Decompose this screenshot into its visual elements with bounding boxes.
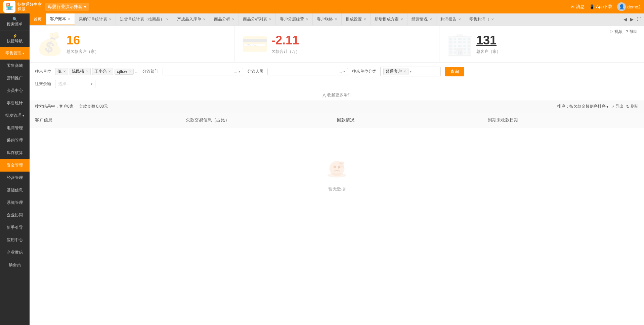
tab-close-promotion-settings[interactable]: ✕ — [363, 17, 366, 21]
col-payment-status: 回款情况 — [337, 116, 488, 124]
sidebar-item-vip-member[interactable]: 畅会员 — [0, 259, 30, 271]
tab-close-product-instock[interactable]: ✕ — [203, 17, 206, 21]
tab-close-product-analysis[interactable]: ✕ — [232, 17, 234, 21]
selector-text: 母婴行业演示账套 — [48, 4, 83, 10]
app-download-btn[interactable]: 📱 App下载 — [589, 4, 612, 10]
collapse-row[interactable]: ⋀ 收起更多条件 — [35, 91, 639, 101]
tab-promotion-settings[interactable]: 提成设置 ✕ — [342, 13, 371, 25]
sidebar-item-retail-stats[interactable]: 零售统计 — [0, 97, 30, 109]
filter-row-2: 往来余额 选择... ▾ — [35, 80, 639, 88]
sort-chevron-icon: ▾ — [606, 104, 608, 109]
sidebar-item-enterprise-coop[interactable]: 企业协同 — [0, 209, 30, 221]
tab-close-purchase-order-stats[interactable]: ✕ — [109, 17, 112, 21]
sidebar-item-new-guide[interactable]: 新手引导 — [0, 221, 30, 234]
tab-close-customer-accounts[interactable]: ✕ — [68, 17, 71, 21]
sidebar-item-purchase-mgmt[interactable]: 采购管理 — [0, 134, 30, 147]
sidebar-item-wholesale-mgmt[interactable]: 批发管理 ▾ — [0, 109, 30, 122]
tab-close-new-promotion-plan[interactable]: ✕ — [400, 17, 403, 21]
tab-fullscreen-btn[interactable]: ⛶ — [636, 16, 643, 23]
tab-close-operation-status[interactable]: ✕ — [429, 17, 432, 21]
sidebar-item-ecommerce[interactable]: 电商管理 — [0, 122, 30, 134]
tab-prev-btn[interactable]: ◀ — [622, 16, 628, 23]
tab-home[interactable]: 首页 — [30, 13, 46, 25]
person-label: 分管人员 — [247, 69, 263, 74]
query-button[interactable]: 查询 — [445, 67, 464, 76]
sidebar-item-marketing[interactable]: 营销推广 — [0, 72, 30, 84]
filter-tag-cjttcw-close[interactable]: ✕ — [129, 70, 131, 73]
sidebar-item-system-mgmt[interactable]: 系统管理 — [0, 196, 30, 209]
sort-select[interactable]: 排序：按欠款金额倒序排序 ▾ — [557, 104, 608, 109]
tab-new-promotion-plan[interactable]: 新增提成方案 ✕ — [371, 13, 407, 25]
tab-operation-status[interactable]: 经营情况 ✕ — [407, 13, 436, 25]
sidebar-search[interactable]: 🔍 搜索菜单 — [0, 13, 30, 31]
sidebar-item-app-center[interactable]: 应用中心 — [0, 234, 30, 246]
collapse-label: 收起更多条件 — [327, 92, 351, 98]
dept-chevron-icon: ▾ — [239, 70, 240, 73]
tab-purchase-order-stats[interactable]: 采购订单统计表 ✕ — [75, 13, 116, 25]
tab-close-customer-segment[interactable]: ✕ — [306, 17, 308, 21]
stat-card-customers: 💰 16 总欠款客户（家） — [30, 26, 234, 62]
tab-customer-contact[interactable]: 客户联络 ✕ — [313, 13, 342, 25]
filter-tag-wang-close[interactable]: ✕ — [108, 70, 111, 73]
person-chevron-icon: ▾ — [343, 70, 345, 73]
export-button[interactable]: ↗ 导出 — [611, 104, 624, 109]
dept-more-icon: ... — [234, 69, 237, 74]
refresh-button[interactable]: ↻ 刷新 — [626, 104, 639, 109]
tab-close-profit-report[interactable]: ✕ — [458, 17, 461, 21]
account-selector[interactable]: 母婴行业演示账套 ▾ — [45, 3, 89, 11]
stat-label-debt: 欠款合计（万） — [271, 49, 300, 55]
classify-select[interactable]: 普通客户 ✕ ▾ — [380, 67, 441, 76]
empty-state: 暂无数据 — [30, 128, 644, 219]
logo-area: 🏪 畅捷通好生意 标版 — [3, 1, 42, 13]
filter-tag-wa: 佤 ✕ — [55, 68, 68, 75]
tab-product-analysis-list[interactable]: 商品分析列表 ✕ — [239, 13, 276, 25]
content-area: 首页 客户账本 ✕ 采购订单统计表 ✕ 进货单统计表（按商品） ✕ 产成品入库单… — [30, 13, 644, 325]
sidebar-item-finance[interactable]: 资金管理 — [0, 159, 30, 172]
tab-next-btn[interactable]: ▶ — [629, 16, 635, 23]
svg-point-2 — [333, 166, 336, 168]
tab-retail-profit[interactable]: 零售利润（ ✕ — [465, 13, 498, 25]
main-layout: 🔍 搜索菜单 ⚡ 快捷导航 零售管理 ▾ 零售商城 营销推广 会员中心 — [0, 13, 644, 325]
sidebar-item-inventory[interactable]: 库存核算 — [0, 147, 30, 159]
filter-tag-wang: 王小亮 ✕ — [92, 68, 113, 75]
tab-close-product-analysis-list[interactable]: ✕ — [269, 17, 271, 21]
help-btn[interactable]: ? 帮助 — [626, 29, 637, 35]
sidebar-item-basic-info[interactable]: 基础信息 — [0, 184, 30, 196]
amount-select[interactable]: 选择... ▾ — [55, 80, 95, 88]
tab-profit-report[interactable]: 利润报告 ✕ — [436, 13, 465, 25]
top-bar: 🏪 畅捷通好生意 标版 母婴行业演示账套 ▾ ✉ 消息 📱 App下载 👤 — [0, 0, 644, 13]
person-select[interactable]: ... ▾ — [267, 68, 348, 75]
filter-tag-chen: 陈民强 ✕ — [70, 68, 91, 75]
filter-tags-unit: 佤 ✕ 陈民强 ✕ 王小亮 ✕ — [55, 68, 138, 75]
classify-chevron-icon: ▾ — [410, 70, 412, 73]
tab-close-retail-profit[interactable]: ✕ — [491, 17, 494, 21]
tab-product-analysis[interactable]: 商品分析 ✕ — [210, 13, 239, 25]
sidebar: 🔍 搜索菜单 ⚡ 快捷导航 零售管理 ▾ 零售商城 营销推广 会员中心 — [0, 13, 30, 325]
tab-customer-accounts[interactable]: 客户账本 ✕ — [46, 13, 75, 25]
dept-select[interactable]: ... ▾ — [163, 68, 243, 75]
sidebar-item-retail-mgmt[interactable]: 零售管理 ▾ — [0, 47, 30, 60]
sidebar-quick-nav[interactable]: ⚡ 快捷导航 — [0, 31, 30, 47]
tab-close-customer-contact[interactable]: ✕ — [335, 17, 337, 21]
sidebar-item-retail-mall[interactable]: 零售商城 — [0, 60, 30, 72]
tab-close-goods-stats-by-product[interactable]: ✕ — [166, 17, 169, 21]
sidebar-item-operation[interactable]: 经营管理 — [0, 172, 30, 184]
tab-customer-segment[interactable]: 客户分层经营 ✕ — [276, 13, 313, 25]
filter-row-1: 往来单位 佤 ✕ 陈民强 ✕ 王小亮 — [35, 67, 639, 76]
tab-product-instock[interactable]: 产成品入库单 ✕ — [173, 13, 210, 25]
user-avatar-btn[interactable]: 👤 demo2 — [617, 2, 641, 11]
tab-goods-stats-by-product[interactable]: 进货单统计表（按商品） ✕ — [116, 13, 173, 25]
messages-btn[interactable]: ✉ 消息 — [571, 4, 585, 10]
username-label: demo2 — [627, 4, 641, 9]
sidebar-item-member-center[interactable]: 会员中心 — [0, 84, 30, 97]
classify-tag-close[interactable]: ✕ — [403, 70, 406, 73]
sidebar-item-enterprise-wechat[interactable]: 企业微信 — [0, 246, 30, 259]
tab-arrows: ◀ ▶ ⛶ — [621, 16, 644, 23]
filter-tag-wa-close[interactable]: ✕ — [63, 70, 66, 73]
more-tags-btn[interactable]: ... — [135, 69, 138, 74]
video-help-btn[interactable]: ▷ 视频 — [609, 29, 622, 35]
table-header: 客户信息 欠款交易信息（占比） 回款情况 到期未收款日期 — [30, 112, 644, 128]
amount-label: 往来余额 — [35, 81, 51, 87]
person-more-icon: ... — [339, 69, 342, 74]
filter-tag-chen-close[interactable]: ✕ — [86, 70, 88, 73]
